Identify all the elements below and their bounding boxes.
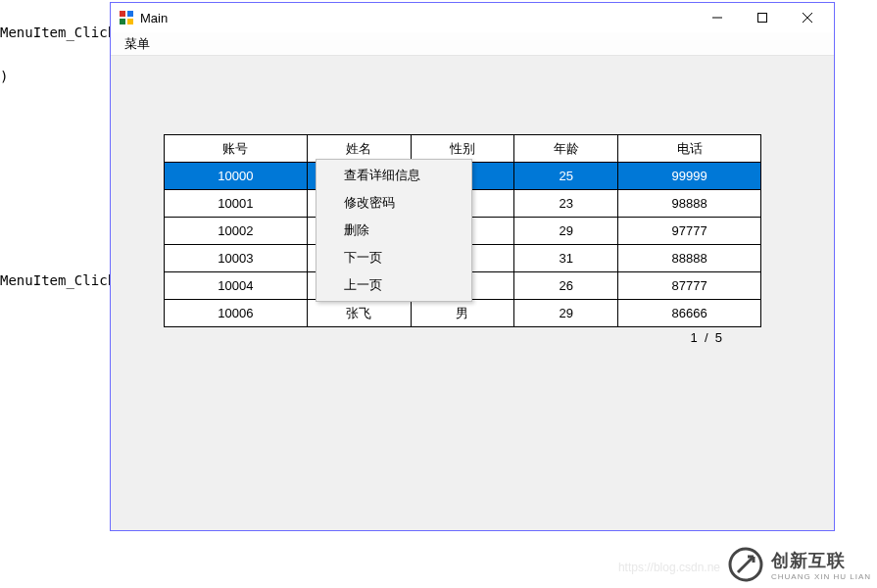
cell[interactable]: 97777 bbox=[618, 218, 761, 245]
col-age[interactable]: 年龄 bbox=[514, 135, 618, 163]
client-area: 账号 姓名 性别 年龄 电话 10000 25 99999 10001 bbox=[111, 56, 834, 530]
menu-item-main[interactable]: 菜单 bbox=[119, 33, 156, 55]
svg-rect-0 bbox=[120, 11, 125, 17]
titlebar[interactable]: Main bbox=[111, 3, 834, 32]
code-fragment: ) bbox=[0, 69, 8, 84]
cell[interactable]: 87777 bbox=[618, 272, 761, 300]
window-title: Main bbox=[140, 11, 168, 25]
col-phone[interactable]: 电话 bbox=[618, 135, 761, 163]
cell[interactable]: 29 bbox=[514, 300, 618, 327]
svg-rect-5 bbox=[758, 14, 767, 23]
svg-rect-3 bbox=[127, 19, 133, 24]
ctx-view-details[interactable]: 查看详细信息 bbox=[317, 162, 471, 189]
watermark-brand-sub: CHUANG XIN HU LIAN bbox=[771, 572, 871, 581]
pager: 1 / 5 bbox=[164, 330, 761, 345]
cell[interactable]: 99999 bbox=[618, 163, 761, 190]
pager-total: 5 bbox=[715, 330, 722, 345]
main-window: Main 菜单 账号 姓名 性别 年龄 电话 bbox=[110, 2, 835, 531]
close-button[interactable] bbox=[785, 3, 830, 32]
cell[interactable]: 10001 bbox=[165, 190, 308, 218]
svg-line-9 bbox=[738, 557, 754, 572]
cell[interactable]: 26 bbox=[514, 272, 618, 300]
watermark-logo-icon bbox=[726, 545, 765, 584]
cell[interactable]: 男 bbox=[411, 300, 514, 327]
cell[interactable]: 98888 bbox=[618, 190, 761, 218]
svg-rect-1 bbox=[127, 11, 133, 17]
maximize-icon bbox=[757, 13, 767, 23]
pager-sep: / bbox=[705, 330, 708, 345]
cell[interactable]: 88888 bbox=[618, 245, 761, 272]
cell[interactable]: 10002 bbox=[165, 218, 308, 245]
close-icon bbox=[803, 13, 812, 23]
cell[interactable]: 10004 bbox=[165, 272, 308, 300]
cell[interactable]: 86666 bbox=[618, 300, 761, 327]
table-row[interactable]: 10006 张飞 男 29 86666 bbox=[165, 300, 761, 327]
cell[interactable]: 25 bbox=[514, 163, 618, 190]
menubar: 菜单 bbox=[111, 32, 834, 56]
cell[interactable]: 29 bbox=[514, 218, 618, 245]
pager-current: 1 bbox=[690, 330, 697, 345]
col-account[interactable]: 账号 bbox=[165, 135, 308, 163]
ctx-prev-page[interactable]: 上一页 bbox=[317, 271, 471, 299]
watermark-url: https://blog.csdn.ne bbox=[618, 561, 720, 574]
watermark-brand: 创新互联 bbox=[771, 551, 846, 570]
context-menu: 查看详细信息 修改密码 删除 下一页 上一页 bbox=[316, 159, 472, 302]
cell[interactable]: 23 bbox=[514, 190, 618, 218]
cell[interactable]: 31 bbox=[514, 245, 618, 272]
code-fragment: MenuItem_Click( bbox=[0, 272, 123, 288]
cell[interactable]: 张飞 bbox=[307, 300, 411, 327]
cell[interactable]: 10000 bbox=[165, 163, 308, 190]
cell[interactable]: 10003 bbox=[165, 245, 308, 272]
window-controls bbox=[695, 3, 830, 32]
ctx-change-password[interactable]: 修改密码 bbox=[317, 189, 471, 217]
maximize-button[interactable] bbox=[740, 3, 785, 32]
ctx-delete[interactable]: 删除 bbox=[317, 217, 471, 244]
app-icon bbox=[119, 10, 134, 25]
minimize-button[interactable] bbox=[695, 3, 740, 32]
svg-rect-2 bbox=[120, 19, 125, 24]
cell[interactable]: 10006 bbox=[165, 300, 308, 327]
ctx-next-page[interactable]: 下一页 bbox=[317, 244, 471, 271]
watermark: 创新互联 CHUANG XIN HU LIAN bbox=[726, 545, 871, 584]
minimize-icon bbox=[712, 13, 722, 23]
code-fragment: MenuItem_Click( bbox=[0, 24, 123, 40]
